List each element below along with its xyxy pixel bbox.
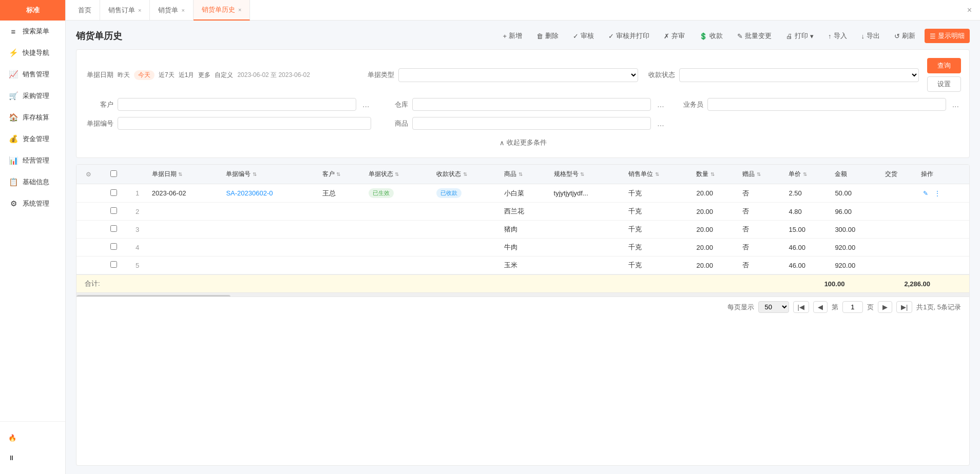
sidebar-item-label: 资金管理 bbox=[23, 134, 49, 144]
delete-button[interactable]: 🗑 删除 bbox=[531, 29, 564, 43]
row-checkbox[interactable] bbox=[110, 243, 117, 250]
tab-sales-history-close[interactable]: × bbox=[238, 7, 241, 13]
shortcut-7days[interactable]: 近7天 bbox=[159, 71, 175, 80]
sidebar-item-finance[interactable]: 💰 资金管理 bbox=[0, 128, 65, 150]
tab-sales-goods[interactable]: 销货单 × bbox=[150, 0, 193, 21]
row-checkbox[interactable] bbox=[110, 225, 117, 232]
page-input[interactable] bbox=[842, 301, 863, 313]
sort-icon-gift[interactable]: ⇅ bbox=[757, 171, 761, 177]
sort-icon-unit-price[interactable]: ⇅ bbox=[803, 171, 807, 177]
th-qty[interactable]: 数量 ⇅ bbox=[692, 165, 738, 184]
doc-no-input[interactable] bbox=[118, 117, 371, 130]
first-page-btn[interactable]: |◀ bbox=[793, 301, 809, 313]
set-button[interactable]: 设置 bbox=[927, 76, 961, 92]
export-button[interactable]: ↓ 导出 bbox=[856, 29, 886, 43]
th-doc-no[interactable]: 单据编号 ⇅ bbox=[222, 165, 318, 184]
tab-sales-history[interactable]: 销货单历史 × bbox=[194, 0, 250, 21]
cell-gift: 否 bbox=[738, 256, 784, 274]
th-unit-price[interactable]: 单价 ⇅ bbox=[784, 165, 831, 184]
sort-icon-sales-unit[interactable]: ⇅ bbox=[655, 171, 659, 177]
horizontal-scrollbar[interactable] bbox=[76, 292, 969, 297]
sidebar-item-quick-nav[interactable]: ⚡ 快捷导航 bbox=[0, 42, 65, 64]
sidebar-item-search-menu[interactable]: ≡ 搜索菜单 bbox=[0, 21, 65, 42]
sort-icon-payment-status[interactable]: ⇅ bbox=[463, 171, 467, 177]
per-page-select[interactable]: 50 100 bbox=[758, 301, 789, 313]
date-shortcuts: 昨天 今天 近7天 近1月 更多 自定义 bbox=[118, 70, 233, 80]
sidebar-item-sales-mgmt[interactable]: 📈 销售管理 bbox=[0, 64, 65, 85]
sidebar-item-system-mgmt[interactable]: ⚙ 系统管理 bbox=[0, 193, 65, 214]
batch-change-button[interactable]: ✎ 批量变更 bbox=[732, 29, 777, 43]
sort-icon-qty[interactable]: ⇅ bbox=[710, 171, 715, 177]
warehouse-input[interactable] bbox=[412, 98, 651, 111]
more-btn[interactable]: ⋮ bbox=[932, 189, 943, 198]
goods-dots[interactable]: ... bbox=[655, 119, 666, 128]
sidebar-item-basic-info[interactable]: 📋 基础信息 bbox=[0, 171, 65, 193]
audit-print-button[interactable]: ✓ 审核并打印 bbox=[603, 29, 655, 43]
sidebar-item-purchase-mgmt[interactable]: 🛒 采购管理 bbox=[0, 85, 65, 107]
th-spec-type[interactable]: 规格型号 ⇅ bbox=[550, 165, 625, 184]
goods-input[interactable] bbox=[412, 117, 651, 130]
sidebar-item-operations[interactable]: 📊 经营管理 bbox=[0, 150, 65, 171]
show-detail-button[interactable]: ☰ 显示明细 bbox=[925, 29, 970, 43]
warehouse-dots[interactable]: ... bbox=[655, 100, 666, 109]
cell-doc-no bbox=[222, 203, 318, 221]
shortcut-custom[interactable]: 自定义 bbox=[215, 71, 233, 80]
sidebar-bottom-btn1[interactable]: 🔥 bbox=[0, 428, 65, 448]
doc-no-link[interactable]: SA-20230602-0 bbox=[226, 189, 273, 197]
cell-actions: ✎⋮ bbox=[917, 184, 969, 203]
cell-index: 1 bbox=[127, 184, 148, 203]
cell-checkbox bbox=[101, 221, 127, 239]
tab-close-all[interactable]: × bbox=[963, 6, 976, 15]
customer-dots[interactable]: ... bbox=[360, 100, 371, 109]
last-page-btn[interactable]: ▶| bbox=[896, 301, 912, 313]
th-sales-unit[interactable]: 销售单位 ⇅ bbox=[624, 165, 692, 184]
th-customer[interactable]: 客户 ⇅ bbox=[318, 165, 364, 184]
sort-icon-customer[interactable]: ⇅ bbox=[336, 171, 340, 177]
shortcut-yesterday[interactable]: 昨天 bbox=[118, 71, 130, 80]
tab-sales-goods-close[interactable]: × bbox=[181, 7, 184, 13]
refresh-button[interactable]: ↺ 刷新 bbox=[889, 29, 920, 43]
cell-goods: 西兰花 bbox=[500, 203, 549, 221]
tab-sales-order[interactable]: 销售订单 × bbox=[100, 0, 150, 21]
sort-icon-spec-type[interactable]: ⇅ bbox=[580, 171, 584, 177]
sidebar-item-inventory[interactable]: 🏠 库存核算 bbox=[0, 107, 65, 128]
doc-type-select[interactable] bbox=[398, 68, 638, 82]
edit-btn[interactable]: ✎ bbox=[921, 189, 930, 198]
sort-icon-doc-date[interactable]: ⇅ bbox=[178, 171, 182, 177]
select-all-checkbox[interactable] bbox=[110, 170, 117, 177]
payment-status-select[interactable] bbox=[679, 68, 919, 82]
sort-icon-doc-no[interactable]: ⇅ bbox=[253, 171, 257, 177]
customer-input[interactable] bbox=[118, 98, 356, 111]
row-checkbox[interactable] bbox=[110, 207, 117, 214]
prev-page-btn[interactable]: ◀ bbox=[813, 301, 828, 313]
abandon-button[interactable]: ✗ 弃审 bbox=[659, 29, 690, 43]
row-checkbox[interactable] bbox=[110, 189, 117, 196]
query-button[interactable]: 查询 bbox=[927, 58, 961, 73]
th-settings[interactable]: ⚙ bbox=[76, 165, 101, 184]
th-payment-status[interactable]: 收款状态 ⇅ bbox=[432, 165, 500, 184]
audit-button[interactable]: ✓ 审核 bbox=[568, 29, 599, 43]
salesperson-dots[interactable]: ... bbox=[950, 100, 961, 109]
next-page-btn[interactable]: ▶ bbox=[878, 301, 892, 313]
th-doc-date[interactable]: 单据日期 ⇅ bbox=[148, 165, 222, 184]
add-button[interactable]: + 新增 bbox=[497, 29, 527, 43]
tab-home[interactable]: 首页 bbox=[70, 0, 100, 21]
th-gift[interactable]: 赠品 ⇅ bbox=[738, 165, 784, 184]
import-button[interactable]: ↑ 导入 bbox=[823, 29, 852, 43]
collect-button[interactable]: 💲 收款 bbox=[694, 29, 728, 43]
sidebar-bottom-btn2[interactable]: ⏸ bbox=[0, 448, 65, 468]
shortcut-today[interactable]: 今天 bbox=[134, 70, 155, 80]
row-checkbox[interactable] bbox=[110, 261, 117, 268]
th-doc-status[interactable]: 单据状态 ⇅ bbox=[364, 165, 432, 184]
print-button[interactable]: 🖨 打印 ▾ bbox=[781, 29, 819, 43]
salesperson-input[interactable] bbox=[707, 98, 946, 111]
shortcut-more[interactable]: 更多 bbox=[198, 71, 210, 80]
shortcut-1month[interactable]: 近1月 bbox=[179, 71, 195, 80]
sort-icon-goods[interactable]: ⇅ bbox=[518, 171, 523, 177]
tab-sales-order-close[interactable]: × bbox=[138, 7, 141, 13]
collapse-button[interactable]: ∧ 收起更多条件 bbox=[85, 136, 961, 149]
th-amount[interactable]: 金额 bbox=[831, 165, 881, 184]
scrollbar-thumb[interactable] bbox=[76, 295, 230, 297]
sort-icon-doc-status[interactable]: ⇅ bbox=[395, 171, 399, 177]
th-goods[interactable]: 商品 ⇅ bbox=[500, 165, 549, 184]
